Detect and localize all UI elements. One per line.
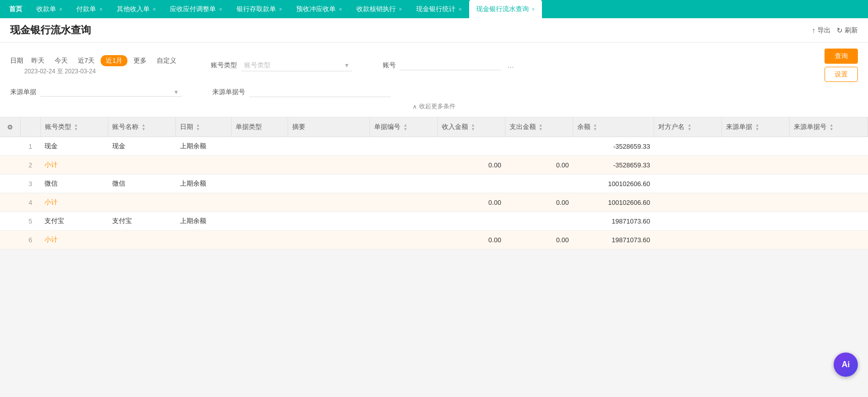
- cell-date: 上期余额: [176, 174, 232, 193]
- date-opt-7days[interactable]: 近7天: [74, 55, 99, 66]
- account-type-placeholder: 账号类型: [244, 61, 342, 70]
- account-type-select[interactable]: 账号类型 ▼: [241, 60, 352, 71]
- nav-payment[interactable]: 付款单 ×: [69, 0, 109, 18]
- collapse-button[interactable]: ∧ 收起更多条件: [413, 102, 455, 111]
- source-doc-arrow: ▼: [173, 89, 179, 95]
- cell-counterpart: [654, 212, 722, 231]
- nav-cash-bank-flow-close[interactable]: ×: [532, 0, 535, 18]
- cell-source-doc-no: [790, 137, 868, 156]
- cell-income: [438, 174, 506, 193]
- table-row[interactable]: 5支付宝支付宝上期余额19871073.60: [0, 212, 868, 231]
- th-balance[interactable]: 余额 ▲▼: [573, 117, 654, 137]
- cell-counterpart: [654, 174, 722, 193]
- nav-receipt-verify[interactable]: 收款核销执行 ×: [349, 0, 409, 18]
- cell-account-type: 小计: [40, 231, 108, 249]
- table-row[interactable]: 4小计0.000.00100102606.60: [0, 193, 868, 212]
- nav-other-income-close[interactable]: ×: [153, 0, 156, 18]
- refresh-button[interactable]: ↻ 刷新: [837, 26, 858, 35]
- nav-receipt[interactable]: 收款单 ×: [29, 0, 69, 18]
- table-row[interactable]: 1现金现金上期余额-3528659.33: [0, 137, 868, 156]
- th-source-doc-no[interactable]: 来源单据号 ▲▼: [790, 117, 868, 137]
- th-gear[interactable]: ⚙: [0, 117, 20, 137]
- cell-balance: 100102606.60: [573, 174, 654, 193]
- collapse-row: ∧ 收起更多条件: [10, 102, 858, 111]
- cell-doc-no: [370, 193, 438, 212]
- nav-receipt-verify-close[interactable]: ×: [399, 0, 402, 18]
- sort-source-doc: ▲▼: [755, 123, 759, 131]
- sort-account-name: ▲▼: [142, 123, 146, 131]
- nav-prepaid[interactable]: 预收冲应收单 ×: [289, 0, 349, 18]
- th-num: [20, 117, 40, 137]
- sort-source-doc-no: ▲▼: [830, 123, 834, 131]
- date-label: 日期: [10, 56, 23, 65]
- account-type-arrow: ▼: [344, 62, 350, 68]
- table-row[interactable]: 2小计0.000.00-3528659.33: [0, 156, 868, 174]
- cell-income: 0.00: [438, 156, 506, 174]
- nav-other-income[interactable]: 其他收入单 ×: [110, 0, 163, 18]
- row-num: 5: [20, 212, 40, 231]
- cell-source-doc-no: [790, 174, 868, 193]
- cell-doc-no: [370, 174, 438, 193]
- nav-ar-ap-adjust-close[interactable]: ×: [219, 0, 222, 18]
- nav-cash-bank-stat-close[interactable]: ×: [459, 0, 462, 18]
- row-checkbox: [0, 137, 20, 156]
- source-doc-label: 来源单据: [10, 87, 36, 97]
- export-icon: ↑: [812, 26, 815, 34]
- cell-doc-type: [232, 137, 288, 156]
- cell-expense: 0.00: [505, 231, 573, 249]
- cell-balance: -3528659.33: [573, 137, 654, 156]
- cell-expense: [505, 137, 573, 156]
- source-doc-select[interactable]: ▼: [40, 88, 182, 97]
- cell-source-doc-no: [790, 231, 868, 249]
- nav-prepaid-close[interactable]: ×: [339, 0, 342, 18]
- query-button[interactable]: 查询: [825, 49, 858, 64]
- cell-summary: [288, 137, 370, 156]
- account-dots[interactable]: ...: [507, 61, 514, 70]
- th-expense[interactable]: 支出金额 ▲▼: [505, 117, 573, 137]
- th-date[interactable]: 日期 ▲▼: [176, 117, 232, 137]
- row-num: 6: [20, 231, 40, 249]
- table-row[interactable]: 3微信微信上期余额100102606.60: [0, 174, 868, 193]
- date-opt-today[interactable]: 今天: [51, 55, 72, 66]
- nav-cash-bank-stat[interactable]: 现金银行统计 ×: [409, 0, 469, 18]
- date-opt-more[interactable]: 更多: [129, 55, 151, 66]
- nav-bank-deposit-close[interactable]: ×: [279, 0, 282, 18]
- date-opt-yesterday[interactable]: 昨天: [27, 55, 49, 66]
- table-row[interactable]: 6小计0.000.0019871073.60: [0, 231, 868, 249]
- th-account-name[interactable]: 账号名称 ▲▼: [108, 117, 176, 137]
- date-opt-custom[interactable]: 自定义: [153, 55, 180, 66]
- sort-account-type: ▲▼: [74, 123, 78, 131]
- cell-expense: [505, 212, 573, 231]
- cell-summary: [288, 156, 370, 174]
- page-header: 现金银行流水查询 ↑ 导出 ↻ 刷新: [0, 18, 868, 42]
- th-source-doc[interactable]: 来源单据 ▲▼: [722, 117, 790, 137]
- th-income[interactable]: 收入金额 ▲▼: [438, 117, 506, 137]
- cell-doc-no: [370, 137, 438, 156]
- nav-bank-deposit[interactable]: 银行存取款单 ×: [230, 0, 289, 18]
- cell-expense: 0.00: [505, 193, 573, 212]
- date-opt-1month[interactable]: 近1月: [101, 55, 127, 66]
- nav-cash-bank-flow[interactable]: 现金银行流水查询 ×: [469, 0, 542, 18]
- cell-counterpart: [654, 193, 722, 212]
- setting-button[interactable]: 设置: [825, 67, 858, 82]
- th-doc-no[interactable]: 单据编号 ▲▼: [370, 117, 438, 137]
- th-account-type[interactable]: 账号类型 ▲▼: [40, 117, 108, 137]
- nav-receipt-close[interactable]: ×: [59, 0, 62, 18]
- sort-income: ▲▼: [471, 123, 475, 131]
- cell-account-name: [108, 156, 176, 174]
- cell-account-type: 支付宝: [40, 212, 108, 231]
- cell-source-doc: [722, 212, 790, 231]
- cell-balance: -3528659.33: [573, 156, 654, 174]
- cell-summary: [288, 174, 370, 193]
- nav-home[interactable]: 首页: [2, 0, 29, 18]
- cell-summary: [288, 193, 370, 212]
- source-doc-num-input[interactable]: [249, 87, 391, 97]
- nav-payment-close[interactable]: ×: [99, 0, 102, 18]
- sort-date: ▲▼: [196, 123, 200, 131]
- cell-date: [176, 193, 232, 212]
- account-input[interactable]: [400, 60, 501, 70]
- export-button[interactable]: ↑ 导出: [812, 26, 831, 35]
- nav-ar-ap-adjust[interactable]: 应收应付调整单 ×: [163, 0, 229, 18]
- th-counterpart[interactable]: 对方户名 ▲▼: [654, 117, 722, 137]
- cell-balance: 100102606.60: [573, 193, 654, 212]
